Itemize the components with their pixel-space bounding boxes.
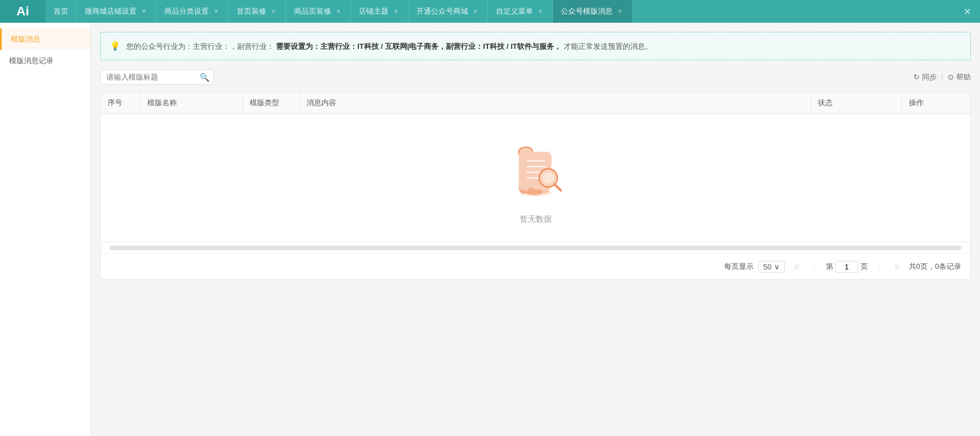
help-button[interactable]: ⊙ 帮助 (948, 72, 971, 82)
svg-point-6 (543, 172, 554, 184)
main-layout: 模版消息模版消息记录 💡 您的公众号行业为：主营行业：，副营行业： 需要设置为：… (0, 23, 980, 436)
sync-button[interactable]: ↻ 同步 (913, 72, 937, 82)
page-size-value: 50 (763, 263, 771, 271)
nav-tab-1[interactable]: 微商城店铺设置× (77, 0, 156, 23)
nav-tab-label-8: 公众号模版消息 (561, 6, 613, 16)
nav-tab-label-0: 首页 (53, 6, 68, 16)
empty-state: 暂无数据 (101, 114, 970, 242)
nav-tab-close-7[interactable]: × (536, 7, 544, 15)
nav-tab-label-4: 商品页装修 (294, 6, 331, 16)
search-left: 🔍 (100, 69, 214, 85)
search-icon[interactable]: 🔍 (200, 73, 209, 82)
nav-tab-7[interactable]: 自定义菜单× (488, 0, 553, 23)
empty-text: 暂无数据 (520, 214, 552, 225)
nav-tab-3[interactable]: 首页装修× (229, 0, 286, 23)
notice-icon: 💡 (110, 41, 121, 51)
chevron-down-icon: ∨ (774, 263, 780, 271)
nav-tab-close-6[interactable]: × (472, 7, 479, 15)
nav-tab-close-2[interactable]: × (212, 7, 220, 15)
nav-tab-5[interactable]: 店铺主题× (351, 0, 408, 23)
nav-tab-label-1: 微商城店铺设置 (85, 6, 137, 16)
nav-tab-close-1[interactable]: × (140, 7, 148, 15)
notice-text-after: 才能正常发送预置的消息。 (564, 42, 652, 51)
search-input-wrap: 🔍 (100, 69, 214, 85)
page-label-before: 第 (826, 261, 833, 272)
page-number-input[interactable] (836, 261, 858, 273)
page-total: 共0页，0条记录 (909, 261, 961, 272)
table-header-3: 消息内容 (300, 92, 811, 114)
nav-tab-close-5[interactable]: × (392, 7, 400, 15)
top-nav: Ai 首页微商城店铺设置×商品分类设置×首页装修×商品页装修×店铺主题×开通公众… (0, 0, 980, 23)
table-header: 序号模版名称模版类型消息内容状态操作 (101, 92, 970, 114)
first-page-button[interactable]: ⊴ (789, 260, 803, 273)
nav-tab-close-8[interactable]: × (616, 7, 624, 15)
search-input[interactable] (100, 69, 214, 85)
per-page-label: 每页显示 (724, 261, 754, 272)
logo: Ai (0, 0, 46, 23)
table-header-4: 状态 (811, 92, 902, 114)
notice-highlight: 需要设置为：主营行业：IT科技 / 互联网|电子商务，副营行业：IT科技 / I… (276, 42, 561, 51)
notice-box: 💡 您的公众号行业为：主营行业：，副营行业： 需要设置为：主营行业：IT科技 /… (100, 32, 971, 60)
nav-tab-label-2: 商品分类设置 (164, 6, 209, 16)
page-num-wrap: 第 页 (826, 261, 868, 273)
sidebar-item-0[interactable]: 模版消息 (0, 28, 90, 50)
nav-tab-close-4[interactable]: × (334, 7, 342, 15)
nav-tab-label-5: 店铺主题 (359, 6, 388, 16)
prev-page-button[interactable]: ‹ (808, 260, 821, 273)
table: 序号模版名称模版类型消息内容状态操作 (100, 92, 971, 280)
content-area: 💡 您的公众号行业为：主营行业：，副营行业： 需要设置为：主营行业：IT科技 /… (91, 23, 980, 436)
next-page-button[interactable]: › (873, 260, 886, 273)
table-header-0: 序号 (101, 92, 140, 114)
nav-tab-label-6: 开通公众号商城 (416, 6, 468, 16)
nav-tabs: 首页微商城店铺设置×商品分类设置×首页装修×商品页装修×店铺主题×开通公众号商城… (46, 0, 960, 23)
fake-scrollbar[interactable] (110, 246, 961, 250)
nav-tab-6[interactable]: 开通公众号商城× (408, 0, 488, 23)
empty-icon (502, 137, 570, 205)
sidebar-item-1[interactable]: 模版消息记录 (0, 50, 90, 72)
help-label: 帮助 (956, 72, 971, 82)
sidebar: 模版消息模版消息记录 (0, 23, 91, 436)
nav-tab-label-3: 首页装修 (237, 6, 266, 16)
pagination: 每页显示 50 ∨ ⊴ ‹ 第 页 › ⊵ 共0页，0条记录 (101, 254, 970, 279)
help-icon: ⊙ (948, 73, 954, 81)
nav-tab-8[interactable]: 公众号模版消息× (553, 0, 632, 23)
nav-tab-2[interactable]: 商品分类设置× (156, 0, 229, 23)
nav-tab-4[interactable]: 商品页装修× (286, 0, 351, 23)
table-header-5: 操作 (902, 92, 970, 114)
nav-tab-close-3[interactable]: × (270, 7, 278, 15)
global-close-button[interactable]: ✕ (960, 4, 974, 19)
nav-tab-label-7: 自定义菜单 (496, 6, 533, 16)
last-page-button[interactable]: ⊵ (891, 260, 904, 273)
table-header-2: 模版类型 (243, 92, 300, 114)
scroll-bar-area (101, 242, 970, 254)
table-header-1: 模版名称 (140, 92, 243, 114)
search-right: ↻ 同步 | ⊙ 帮助 (913, 72, 971, 82)
notice-text-before: 您的公众号行业为：主营行业：，副营行业： (126, 42, 274, 51)
page-size-select[interactable]: 50 ∨ (758, 261, 784, 273)
divider: | (941, 73, 943, 81)
sync-label: 同步 (922, 72, 937, 82)
page-label-after: 页 (861, 261, 868, 272)
search-bar: 🔍 ↻ 同步 | ⊙ 帮助 (100, 69, 971, 85)
nav-tab-0[interactable]: 首页 (46, 0, 77, 23)
svg-line-7 (555, 184, 561, 190)
sync-icon: ↻ (913, 73, 920, 81)
